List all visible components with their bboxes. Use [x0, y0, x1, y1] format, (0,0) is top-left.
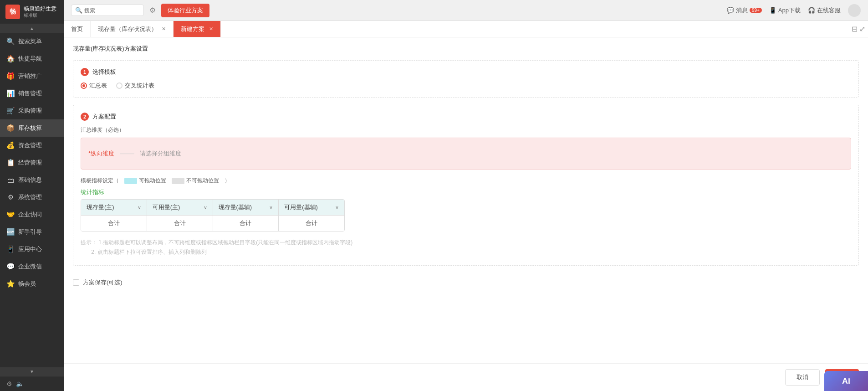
audio-icon[interactable]: 🔈 — [16, 380, 24, 387]
chevron-down-icon-2[interactable]: ∨ — [269, 205, 273, 211]
cancel-button[interactable]: 取消 — [785, 369, 820, 386]
sidebar-item-label: 快捷导航 — [18, 55, 42, 63]
sidebar-item-member[interactable]: ⭐ 畅会员 — [0, 275, 64, 293]
sidebar-item-label: 新手引导 — [18, 228, 42, 236]
database-icon: 🗃 — [6, 176, 15, 184]
sidebar-logo: 畅 畅康通好生意 标准版 — [0, 0, 64, 24]
config-dimension-section: 汇总维度（必选） *纵向维度 —— 请选择分组维度 — [81, 126, 851, 170]
gear-button[interactable]: ⚙ — [149, 6, 156, 15]
stats-cell-0: 合计 — [81, 216, 147, 231]
sidebar-item-newguide[interactable]: 🆕 新手引导 — [0, 223, 64, 241]
chevron-down-icon-1[interactable]: ∨ — [204, 205, 207, 211]
template-radio-group: 汇总表 交叉统计表 — [81, 82, 851, 90]
sidebar-item-quicknav[interactable]: 🏠 快捷导航 — [0, 50, 64, 67]
handshake-icon: 🤝 — [6, 211, 15, 219]
tab-collapse-area: ⊟ ⤢ — [849, 21, 868, 37]
radio-cross[interactable]: 交叉统计表 — [116, 82, 154, 90]
topbar: 🔍 ⚙ 体验行业方案 💬 消息 99+ 📱 App下载 🎧 在线客服 — [64, 0, 868, 21]
sidebar-scroll-up[interactable]: ▲ — [0, 24, 64, 33]
radio-summary-label: 汇总表 — [89, 82, 107, 90]
tips-section: 提示： 1.拖动标题栏可以调整布局，不可跨维度或指标区域拖动栏目字段(只能在同一… — [81, 239, 851, 256]
dimension-placeholder: 请选择分组维度 — [140, 149, 181, 158]
page-title: 现存量(库存状况表)方案设置 — [73, 45, 859, 53]
non-draggable-box — [172, 178, 184, 184]
stats-col-0[interactable]: 现存量(主) ∨ — [81, 200, 147, 215]
sidebar-item-purchase[interactable]: 🛒 采购管理 — [0, 102, 64, 119]
tab-new-plan[interactable]: 新建方案 ✕ — [174, 21, 221, 37]
stats-col-3[interactable]: 可用量(基辅) ∨ — [279, 200, 344, 215]
box-icon: 📦 — [6, 124, 15, 132]
expand-icon[interactable]: ⤢ — [859, 25, 865, 33]
sidebar-item-basic[interactable]: 🗃 基础信息 — [0, 171, 64, 189]
tab-inventory-close[interactable]: ✕ — [162, 26, 166, 32]
save-checkbox[interactable] — [73, 279, 79, 286]
app-download-item[interactable]: 📱 App下载 — [769, 6, 801, 15]
sidebar-item-wechat[interactable]: 💬 企业微信 — [0, 258, 64, 275]
footer-bar: 取消 查询 — [64, 363, 868, 391]
step2-number: 2 — [81, 113, 89, 121]
sidebar-item-appstore[interactable]: 📱 应用中心 — [0, 241, 64, 258]
minimize-icon[interactable]: ⊟ — [852, 25, 858, 33]
search-box[interactable]: 🔍 — [71, 5, 144, 16]
tab-inventory-label: 现存量（库存状况表） — [98, 25, 157, 33]
sidebar-item-label: 经营管理 — [18, 159, 42, 167]
step1-title: 选择模板 — [92, 68, 116, 76]
draggable-label: 可拖动位置 — [139, 177, 166, 185]
mobile-icon: 📱 — [6, 245, 15, 253]
radio-cross-label: 交叉统计表 — [125, 82, 154, 90]
tab-inventory-status[interactable]: 现存量（库存状况表） ✕ — [91, 21, 174, 37]
message-item[interactable]: 💬 消息 99+ — [727, 6, 762, 15]
sidebar-item-marketing[interactable]: 🎁 营销推广 — [0, 67, 64, 85]
user-avatar[interactable] — [848, 4, 861, 17]
sidebar-item-enterprise[interactable]: 🤝 企业协同 — [0, 206, 64, 223]
dimension-area[interactable]: *纵向维度 —— 请选择分组维度 — [81, 138, 851, 170]
trial-btn[interactable]: 体验行业方案 — [161, 4, 209, 17]
sidebar-item-label: 应用中心 — [18, 245, 42, 253]
tab-home[interactable]: 首页 — [64, 21, 91, 37]
sidebar-item-label: 基础信息 — [18, 176, 42, 184]
radio-cross-dot — [116, 82, 123, 89]
step1-number: 1 — [81, 68, 89, 76]
sidebar-item-operations[interactable]: 📋 经营管理 — [0, 154, 64, 171]
settings-icon[interactable]: ⚙ — [6, 380, 12, 387]
chevron-down-icon-3[interactable]: ∨ — [335, 205, 339, 211]
stats-col-1[interactable]: 可用量(主) ∨ — [147, 200, 213, 215]
sidebar-item-finance[interactable]: 💰 资金管理 — [0, 137, 64, 154]
save-option: 方案保存(可选) — [73, 273, 859, 292]
app-name: 畅康通好生意 标准版 — [24, 5, 56, 19]
sidebar-scroll-down[interactable]: ▼ — [0, 367, 64, 376]
radio-summary-dot — [81, 82, 87, 89]
sidebar-item-label: 搜索菜单 — [18, 37, 42, 46]
stats-col-0-label: 现存量(主) — [87, 203, 114, 211]
tab-new-plan-label: 新建方案 — [181, 25, 204, 33]
main-area: 🔍 ⚙ 体验行业方案 💬 消息 99+ 📱 App下载 🎧 在线客服 首页 — [64, 0, 868, 391]
sidebar-item-inventory[interactable]: 📦 库存核算 — [0, 119, 64, 137]
stats-cell-3: 合计 — [279, 216, 344, 231]
message-badge: 99+ — [750, 8, 762, 13]
sidebar-item-label: 资金管理 — [18, 141, 42, 149]
sidebar-item-system[interactable]: ⚙ 系统管理 — [0, 189, 64, 206]
search-input[interactable] — [84, 7, 139, 14]
search-icon: 🔍 — [75, 7, 82, 14]
dimension-required-text: *纵向维度 — [88, 149, 114, 158]
indicator-non-draggable-badge: 不可拖动位置 — [172, 177, 219, 185]
app-icon: 📱 — [769, 7, 776, 14]
sidebar-item-search[interactable]: 🔍 搜索菜单 — [0, 33, 64, 50]
stats-col-2[interactable]: 现存量(基辅) ∨ — [213, 200, 279, 215]
radio-summary[interactable]: 汇总表 — [81, 82, 107, 90]
clipboard-icon: 📋 — [6, 159, 15, 167]
ai-fab-button[interactable]: Ai — [824, 371, 868, 391]
topbar-right: 💬 消息 99+ 📱 App下载 🎧 在线客服 — [727, 4, 861, 17]
tab-new-plan-close[interactable]: ✕ — [209, 26, 213, 32]
headset-icon: 🎧 — [808, 7, 815, 14]
step2-header: 2 方案配置 — [81, 113, 851, 121]
sidebar-item-label: 系统管理 — [18, 193, 42, 201]
stats-col-1-label: 可用量(主) — [153, 203, 180, 211]
indicator-close-bracket: ） — [225, 177, 230, 185]
draggable-box — [124, 178, 137, 184]
online-service-item[interactable]: 🎧 在线客服 — [808, 6, 841, 15]
step2-section: 2 方案配置 汇总维度（必选） *纵向维度 —— 请选择分组维度 模板指标设定（ — [73, 105, 859, 266]
money-icon: 💰 — [6, 141, 15, 149]
chevron-down-icon-0[interactable]: ∨ — [138, 205, 141, 211]
sidebar-item-sales[interactable]: 📊 销售管理 — [0, 85, 64, 102]
